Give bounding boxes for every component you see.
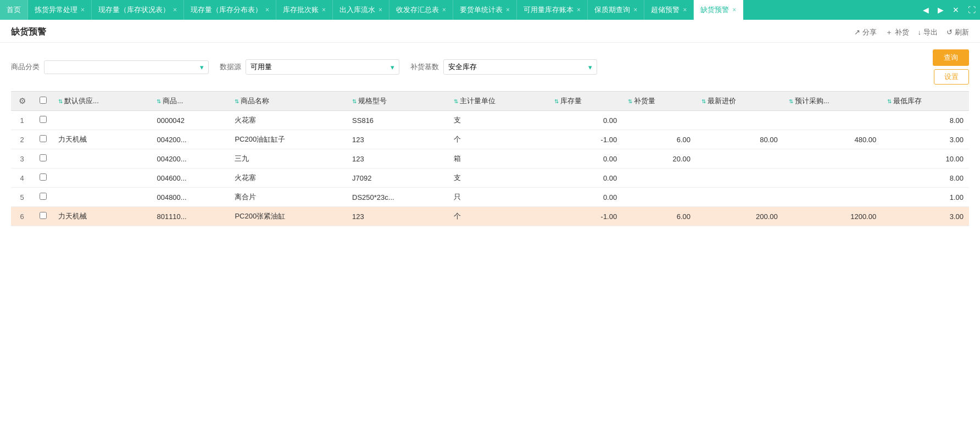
row-checkbox-1[interactable] [33, 111, 53, 130]
table-row[interactable]: 2 力天机械 004200... PC200油缸缸子 123 个 -1.00 6… [11, 130, 969, 149]
tab-expiry-query[interactable]: 保质期查询 × [588, 0, 644, 20]
col-est-sort-icon[interactable]: ⇅ [789, 98, 793, 104]
table-row[interactable]: 5 004800... 离合片 DS250*23c... 只 0.00 1.00 [11, 188, 969, 207]
row-price-3 [696, 149, 783, 169]
tab-close-expiry-query[interactable]: × [633, 6, 637, 14]
row-checkbox-3[interactable] [33, 149, 53, 169]
table-row[interactable]: 4 004600... 火花塞 J7092 支 0.00 8.00 [11, 169, 969, 188]
tab-batch-account[interactable]: 库存批次账 × [276, 0, 333, 20]
row-estimated-3 [783, 149, 882, 169]
row-supplier-6: 力天机械 [53, 207, 151, 226]
tab-close-overstock-warn[interactable]: × [683, 6, 687, 14]
row-code-5: 004800... [151, 188, 229, 207]
base-filter-group: 补货基数 安全库存 ▾ [410, 59, 597, 75]
share-icon: ↗ [854, 28, 860, 36]
tab-expand-button[interactable]: ⛶ [964, 0, 980, 20]
row-checkbox-6[interactable] [33, 207, 53, 226]
category-select[interactable]: ▾ [44, 60, 209, 74]
row-code-3: 004200... [151, 149, 229, 169]
tab-close-collect-summary[interactable]: × [442, 6, 446, 14]
col-name-sort-icon[interactable]: ⇅ [235, 98, 239, 104]
col-replenish-sort-icon[interactable]: ⇅ [628, 98, 632, 104]
col-min-stock: ⇅最低库存 [882, 92, 969, 111]
datasource-select[interactable]: 可用量 ▾ [246, 59, 399, 75]
col-code-sort-icon[interactable]: ⇅ [157, 98, 161, 104]
row-num-3: 3 [11, 149, 33, 169]
row-code-6: 801110... [151, 207, 229, 226]
row-price-1 [696, 111, 783, 130]
tab-prev-button[interactable]: ◀ [918, 0, 933, 20]
row-price-5 [696, 188, 783, 207]
tab-overstock-warn[interactable]: 超储预警 × [644, 0, 694, 20]
tab-close-shortage-warn[interactable]: × [732, 6, 736, 14]
row-checkbox-5[interactable] [33, 188, 53, 207]
row-price-6: 200.00 [696, 207, 783, 226]
row-replenish-4 [622, 169, 696, 188]
row-checkbox-2[interactable] [33, 130, 53, 149]
row-unit-1: 支 [448, 111, 549, 130]
tab-home[interactable]: 首页 [0, 0, 28, 20]
table-row[interactable]: 3 004200... 三九 123 箱 0.00 20.00 10.00 [11, 149, 969, 169]
tab-available-ledger[interactable]: 可用量库存账本 × [517, 0, 588, 20]
tab-collect-summary[interactable]: 收发存汇总表 × [389, 0, 453, 20]
col-product-name: ⇅商品名称 [229, 92, 347, 111]
col-unit-sort-icon[interactable]: ⇅ [454, 98, 458, 104]
col-unit: ⇅主计量单位 [448, 92, 549, 111]
row-supplier-2: 力天机械 [53, 130, 151, 149]
replenish-action[interactable]: ＋ 补货 [886, 27, 909, 37]
tab-inout-flow[interactable]: 出入库流水 × [333, 0, 389, 20]
table-row[interactable]: 1 0000042 火花塞 SS816 支 0.00 8.00 [11, 111, 969, 130]
tab-close-inventory-dist[interactable]: × [265, 6, 269, 14]
row-code-4: 004600... [151, 169, 229, 188]
datasource-dropdown-icon: ▾ [391, 63, 394, 71]
tab-close-window-button[interactable]: ✕ [948, 0, 964, 20]
row-checkbox-4[interactable] [33, 169, 53, 188]
refresh-action[interactable]: ↺ 刷新 [946, 27, 969, 37]
row-name-5: 离合片 [229, 188, 347, 207]
replenish-icon: ＋ [886, 27, 893, 37]
row-replenish-1 [622, 111, 696, 130]
base-select[interactable]: 安全库存 ▾ [443, 59, 597, 75]
base-label: 补货基数 [410, 62, 439, 72]
row-minstock-3: 10.00 [882, 149, 969, 169]
row-unit-5: 只 [448, 188, 549, 207]
column-settings-icon[interactable]: ⚙ [19, 96, 26, 105]
row-name-6: PC200张紧油缸 [229, 207, 347, 226]
row-code-2: 004200... [151, 130, 229, 149]
row-stock-2: -1.00 [549, 130, 622, 149]
tab-close-batch-account[interactable]: × [322, 6, 326, 14]
tab-abnormal[interactable]: 拣货异常处理 × [28, 0, 92, 20]
col-price-sort-icon[interactable]: ⇅ [701, 98, 706, 104]
tab-close-inout-flow[interactable]: × [378, 6, 382, 14]
tab-close-inventory-status[interactable]: × [173, 6, 177, 14]
col-spec-sort-icon[interactable]: ⇅ [352, 98, 357, 104]
table-row[interactable]: 6 力天机械 801110... PC200张紧油缸 123 个 -1.00 6… [11, 207, 969, 226]
tab-inventory-status[interactable]: 现存量（库存状况表） × [92, 0, 184, 20]
row-estimated-1 [783, 111, 882, 130]
row-minstock-2: 3.00 [882, 130, 969, 149]
row-price-4 [696, 169, 783, 188]
page-header: 缺货预警 ↗ 分享 ＋ 补货 ↓ 导出 ↺ 刷新 [0, 20, 980, 43]
col-settings[interactable]: ⚙ [11, 92, 33, 111]
row-stock-4: 0.00 [549, 169, 622, 188]
tab-close-demand-stat[interactable]: × [506, 6, 510, 14]
row-estimated-6: 1200.00 [783, 207, 882, 226]
export-action[interactable]: ↓ 导出 [918, 27, 938, 37]
col-supplier-sort-icon[interactable]: ⇅ [58, 98, 63, 104]
select-all-checkbox[interactable] [40, 97, 47, 104]
tab-close-abnormal[interactable]: × [81, 6, 85, 14]
tab-shortage-warn[interactable]: 缺货预警 × [694, 0, 743, 20]
tab-next-button[interactable]: ▶ [933, 0, 948, 20]
row-replenish-3: 20.00 [622, 149, 696, 169]
row-minstock-6: 3.00 [882, 207, 969, 226]
tab-demand-stat[interactable]: 要货单统计表 × [453, 0, 517, 20]
col-stock-sort-icon[interactable]: ⇅ [554, 98, 559, 104]
row-name-2: PC200油缸缸子 [229, 130, 347, 149]
col-min-sort-icon[interactable]: ⇅ [887, 98, 892, 104]
settings-button[interactable]: 设置 [934, 69, 969, 85]
share-action[interactable]: ↗ 分享 [854, 27, 877, 37]
col-stock-qty: ⇅库存量 [549, 92, 622, 111]
tab-close-available-ledger[interactable]: × [577, 6, 581, 14]
query-button[interactable]: 查询 [933, 49, 969, 66]
tab-inventory-dist[interactable]: 现存量（库存分布表） × [184, 0, 276, 20]
